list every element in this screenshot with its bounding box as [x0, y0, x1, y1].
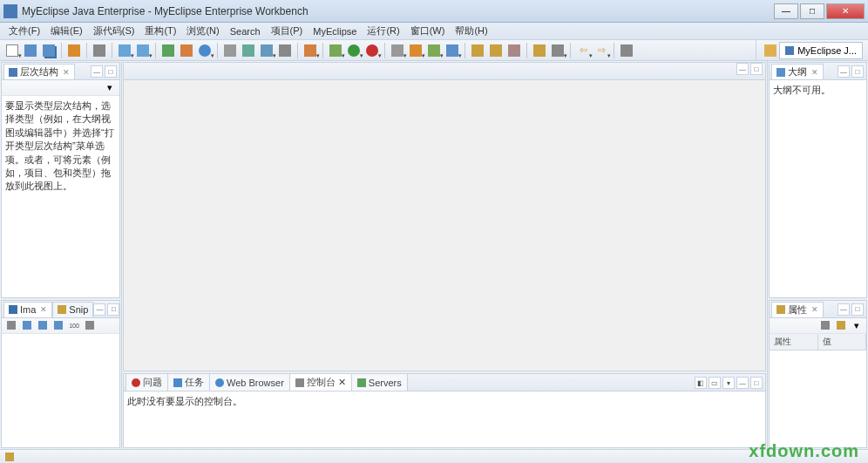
- minimize-icon[interactable]: —: [837, 303, 850, 316]
- zoom-out-icon[interactable]: [36, 318, 50, 332]
- image-icon: [9, 305, 17, 314]
- menu-run[interactable]: 运行(R): [362, 23, 404, 39]
- maximize-icon[interactable]: □: [750, 63, 763, 75]
- close-button[interactable]: ✕: [826, 3, 865, 19]
- toolbar-btn-20[interactable]: [618, 42, 635, 59]
- pin-icon[interactable]: ◧: [695, 377, 707, 389]
- web-label: Web Browser: [227, 378, 284, 388]
- toolbar-btn-7[interactable]: [221, 42, 239, 59]
- save-all-button[interactable]: [40, 42, 58, 59]
- menu-source[interactable]: 源代码(S): [88, 23, 140, 39]
- categories-icon[interactable]: [818, 318, 832, 332]
- tab-tasks[interactable]: 任务: [167, 373, 210, 391]
- tab-servers[interactable]: Servers: [351, 373, 408, 391]
- toolbar-btn-5[interactable]: [178, 42, 195, 59]
- toolbar-btn-18[interactable]: [505, 42, 523, 59]
- menu-window[interactable]: 窗口(W): [405, 23, 451, 39]
- debug-button[interactable]: [327, 42, 344, 59]
- perspective-myeclipse[interactable]: MyEclipse J...: [779, 42, 863, 59]
- menu-navigate[interactable]: 浏览(N): [181, 23, 224, 39]
- tab-properties[interactable]: 属性 ✕: [771, 302, 824, 317]
- maximize-icon[interactable]: □: [851, 65, 864, 78]
- toolbar-btn-14[interactable]: [425, 42, 443, 59]
- toolbar-btn-6[interactable]: [196, 42, 214, 59]
- menu-myeclipse[interactable]: MyEclipse: [308, 24, 362, 38]
- zoom-fit-icon[interactable]: [51, 318, 65, 332]
- zoom-in-icon[interactable]: [20, 318, 34, 332]
- toolbar-btn-17[interactable]: [487, 42, 505, 59]
- tab-hierarchy[interactable]: 层次结构 ✕: [3, 64, 75, 79]
- run-button[interactable]: [345, 42, 363, 59]
- perspective-switcher: MyEclipse J...: [756, 40, 868, 61]
- close-icon[interactable]: ✕: [338, 377, 346, 388]
- minimize-icon[interactable]: —: [91, 65, 103, 78]
- new-button[interactable]: [3, 42, 21, 59]
- tab-console[interactable]: 控制台 ✕: [289, 373, 352, 391]
- tab-ima[interactable]: Ima ✕: [3, 302, 52, 317]
- toolbar-btn-9[interactable]: [258, 42, 275, 59]
- toolbar-btn-13[interactable]: [407, 42, 424, 59]
- maximize-icon[interactable]: □: [105, 65, 117, 78]
- tasks-icon: [173, 378, 182, 387]
- menu-project[interactable]: 项目(P): [266, 23, 309, 39]
- bottom-view: 问题 任务 Web Browser 控制台 ✕ Servers: [123, 373, 766, 448]
- toolbar-btn-10[interactable]: [276, 42, 294, 59]
- package-icon[interactable]: [65, 42, 83, 59]
- toolbar-btn-15[interactable]: [444, 42, 461, 59]
- open-perspective-button[interactable]: [762, 42, 779, 59]
- prop-col-value[interactable]: 值: [818, 334, 867, 350]
- zoom-100-icon[interactable]: 100: [67, 318, 81, 332]
- minimize-icon[interactable]: —: [93, 303, 105, 316]
- filter-icon[interactable]: [834, 318, 848, 332]
- tab-web-browser[interactable]: Web Browser: [209, 373, 290, 391]
- home-icon[interactable]: [4, 318, 18, 332]
- menu-file[interactable]: 文件(F): [3, 23, 45, 39]
- back-button[interactable]: ⇦: [574, 42, 592, 59]
- ext-tools-button[interactable]: [363, 42, 381, 59]
- menu-refactor[interactable]: 重构(T): [139, 23, 181, 39]
- forward-button[interactable]: ⇨: [593, 42, 610, 59]
- display-icon[interactable]: ▭: [709, 377, 721, 389]
- minimize-icon[interactable]: —: [837, 65, 850, 78]
- right-column: 大纲 ✕ — □ 大纲不可用。 属性 ✕ — □: [767, 61, 868, 449]
- tab-problems[interactable]: 问题: [125, 373, 168, 391]
- toolbar-btn-12[interactable]: [389, 42, 406, 59]
- close-icon[interactable]: ✕: [63, 68, 70, 77]
- toolbar-btn-4[interactable]: [159, 42, 177, 59]
- menu-edit[interactable]: 编辑(E): [45, 23, 88, 39]
- view-menu-icon[interactable]: ▾: [722, 377, 735, 389]
- close-icon[interactable]: ✕: [811, 68, 818, 77]
- refresh-icon[interactable]: [83, 318, 97, 332]
- view-menu-icon[interactable]: ▾: [103, 81, 117, 95]
- minimize-button[interactable]: —: [774, 3, 798, 19]
- toolbar-btn-11[interactable]: [302, 42, 319, 59]
- toolbar-btn-19[interactable]: [549, 42, 566, 59]
- minimize-icon[interactable]: —: [736, 377, 749, 389]
- window-buttons: — □ ✕: [774, 3, 865, 19]
- minimize-icon[interactable]: —: [736, 63, 749, 75]
- prop-col-name[interactable]: 属性: [770, 334, 818, 350]
- maximize-icon[interactable]: □: [107, 303, 119, 316]
- toolbar-btn-1[interactable]: [91, 42, 108, 59]
- search-button[interactable]: [531, 42, 548, 59]
- toolbar-btn-3[interactable]: [134, 42, 152, 59]
- hierarchy-view: 层次结构 ✕ — □ ▾ 要显示类型层次结构，选择类型（例如，在大纲视图或编辑器…: [1, 62, 120, 298]
- toolbar-btn-16[interactable]: [469, 42, 486, 59]
- close-icon[interactable]: ✕: [811, 305, 818, 314]
- tab-snip[interactable]: Snip: [52, 302, 93, 317]
- menu-help[interactable]: 帮助(H): [450, 23, 492, 39]
- save-button[interactable]: [22, 42, 39, 59]
- outline-icon: [776, 68, 785, 77]
- close-icon[interactable]: ✕: [40, 305, 47, 314]
- toolbar-btn-8[interactable]: [240, 42, 257, 59]
- view-menu-icon[interactable]: ▾: [850, 318, 864, 332]
- maximize-button[interactable]: □: [800, 3, 824, 19]
- tab-outline[interactable]: 大纲 ✕: [771, 64, 824, 79]
- center-column: — □ 问题 任务 Web Browser: [122, 61, 767, 449]
- menu-search[interactable]: Search: [225, 24, 266, 38]
- problems-icon: [132, 378, 140, 387]
- maximize-icon[interactable]: □: [851, 303, 864, 316]
- maximize-icon[interactable]: □: [750, 377, 763, 389]
- properties-header: 属性 值: [770, 334, 866, 351]
- toolbar-btn-2[interactable]: [116, 42, 133, 59]
